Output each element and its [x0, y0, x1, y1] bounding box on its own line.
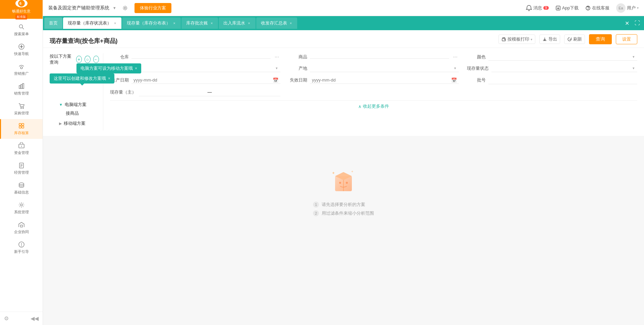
scheme-mobile-label: 移动端方案	[64, 120, 86, 126]
tab-stock-batch-close[interactable]: ×	[210, 20, 213, 26]
scheme-tree: ▼ 电脑端方案 接商品 ▶ 移动端方案	[50, 99, 99, 130]
online-support-label: 在线客服	[592, 5, 609, 11]
goods-dots[interactable]: ···	[452, 54, 459, 60]
expiry-date-input[interactable]: 📅	[310, 77, 459, 84]
svg-rect-8	[21, 85, 22, 89]
tip-text-2: 用过滤条件来缩小分析范围	[322, 210, 374, 216]
btn-export[interactable]: 导出	[539, 35, 560, 44]
sidebar-label-system: 系统管理	[14, 210, 29, 215]
sidebar-item-assets[interactable]: 资金管理	[0, 139, 43, 159]
tab-stock-inout-close[interactable]: ×	[247, 20, 251, 26]
tab-home[interactable]: 首页	[44, 17, 62, 29]
top-header: 装备及固定资产辅助管理系统 ▾ 体验行业方案 消息 9	[43, 0, 644, 16]
svg-line-3	[22, 28, 24, 30]
sidebar-label-base: 基础信息	[14, 190, 29, 195]
sidebar-settings-icon[interactable]: ⚙	[4, 315, 9, 322]
sidebar-item-guide[interactable]: 新手引导	[0, 238, 43, 258]
origin-select[interactable]: ▾	[310, 65, 459, 72]
filter-goods: 商品 ···	[288, 54, 459, 60]
tab-stock-dist[interactable]: 现存量（库存分布表） ×	[122, 17, 180, 29]
app-download-btn[interactable]: App下载	[555, 5, 579, 11]
sidebar-label-assets: 资金管理	[14, 150, 29, 155]
scheme-pc-child[interactable]: 接商品	[63, 109, 99, 118]
btn-refresh[interactable]: 刷新	[564, 35, 585, 44]
tip-num-2: 2	[313, 210, 319, 216]
add-scheme-btn[interactable]: +	[76, 56, 82, 63]
filter-row-4: 现存量（主） —	[110, 88, 637, 96]
warehouse-dots[interactable]: ···	[273, 54, 280, 60]
arrow-scheme-btn[interactable]: ←	[93, 56, 99, 63]
sidebar-item-sales[interactable]: 销售管理	[0, 79, 43, 99]
sidebar-item-system[interactable]: 系统管理	[0, 198, 43, 218]
svg-marker-5	[19, 45, 24, 49]
stock-status-select[interactable]: ▾	[491, 65, 637, 72]
filter-color: 颜色 ▾	[467, 53, 637, 61]
sidebar-item-operations[interactable]: 经营管理	[0, 159, 43, 178]
svg-rect-9	[22, 84, 24, 89]
tooltip2-close[interactable]: ×	[108, 76, 110, 81]
tab-stock-inout[interactable]: 出入库流水 ×	[219, 17, 255, 29]
goods-select[interactable]	[310, 56, 449, 59]
sidebar-label-guide: 新手引导	[14, 249, 29, 254]
tab-stock-receive-close[interactable]: ×	[289, 20, 292, 26]
system-name: 装备及固定资产辅助管理系统	[48, 5, 109, 11]
sidebar-item-search[interactable]: 搜索菜单	[0, 20, 43, 40]
sidebar-item-marketing[interactable]: 营销推广	[0, 60, 43, 79]
sidebar-item-enterprise[interactable]: 企业协同	[0, 218, 43, 238]
sidebar-label-stock: 库存核算	[14, 130, 29, 136]
btn-query[interactable]: 查询	[589, 34, 612, 44]
tab-fullscreen-icon[interactable]: ⛶	[633, 19, 641, 28]
sidebar-item-quick-nav[interactable]: 快速导航	[0, 40, 43, 60]
tab-stock-batch-label: 库存批次账	[186, 20, 208, 26]
stock-main-min[interactable]	[142, 90, 205, 95]
scheme-mobile-item[interactable]: ▶ 移动端方案	[56, 119, 99, 128]
svg-point-22	[19, 183, 24, 185]
filter-stock-status: 现存量状态 ▾	[467, 65, 637, 72]
filter-origin: 产地 ▾	[288, 65, 459, 72]
svg-point-27	[124, 7, 126, 9]
logo-icon: 6	[15, 0, 28, 7]
expiry-date-field[interactable]	[312, 77, 450, 83]
color-select[interactable]: ▾	[488, 53, 637, 61]
tab-stock-status[interactable]: 现存量（库存状况表） ×	[63, 17, 121, 29]
sidebar-item-stock[interactable]: 库存核算	[0, 119, 43, 139]
color-label: 颜色	[467, 54, 486, 60]
tab-stock-inout-label: 出入库流水	[223, 20, 245, 26]
scheme-pc-label: 电脑端方案	[65, 102, 87, 108]
scheme-pc-item[interactable]: ▼ 电脑端方案	[56, 100, 99, 109]
sidebar-item-purchase[interactable]: 采购管理	[0, 99, 43, 119]
warehouse-select[interactable]	[131, 56, 271, 59]
btn-print[interactable]: 按模板打印 ▾	[498, 35, 535, 44]
tab-stock-receive[interactable]: 收发存汇总表 ×	[256, 17, 297, 29]
expiry-date-calendar-icon[interactable]: 📅	[451, 77, 457, 83]
sidebar-collapse-icon[interactable]: ◀◀	[31, 315, 39, 322]
stock-main-max[interactable]	[215, 90, 278, 95]
batch-input[interactable]	[488, 76, 637, 84]
online-support-btn[interactable]: 在线客服	[585, 5, 609, 11]
tab-close-all-icon[interactable]: ✕	[624, 19, 631, 28]
tooltip1-close[interactable]: ×	[135, 66, 137, 71]
more-filters-section: ∧ 收起更多条件	[110, 100, 637, 111]
filter-fields: 仓库 ··· 商品 ···	[103, 53, 637, 130]
sidebar-item-base[interactable]: 基础信息	[0, 178, 43, 198]
btn-industry[interactable]: 体验行业方案	[135, 3, 171, 13]
settings-icon-btn[interactable]	[120, 3, 130, 13]
edit-scheme-btn[interactable]: ○	[85, 56, 91, 63]
user-profile-btn[interactable]: Ea 用户 ▾	[616, 3, 639, 13]
tab-bar: 首页 现存量（库存状况表） × 现存量（库存分布表） × 库存批次账 × 出入库…	[43, 16, 644, 30]
scheme-mobile-expand-icon: ▶	[59, 121, 62, 126]
notifications-btn[interactable]: 消息 9	[526, 5, 549, 11]
production-date-input[interactable]: 📅	[131, 77, 280, 84]
tab-stock-status-close[interactable]: ×	[113, 20, 117, 26]
expiry-date-label: 失效日期	[288, 77, 307, 83]
svg-rect-12	[19, 123, 21, 125]
production-date-field[interactable]	[133, 77, 271, 83]
active-indicator	[0, 119, 1, 139]
origin-chevron-icon: ▾	[454, 66, 456, 70]
tab-stock-batch[interactable]: 库存批次账 ×	[181, 17, 218, 29]
btn-reset[interactable]: 设置	[616, 34, 637, 44]
tab-stock-dist-close[interactable]: ×	[172, 20, 176, 26]
production-date-calendar-icon[interactable]: 📅	[273, 77, 278, 83]
more-filters-btn[interactable]: ∧ 收起更多条件	[358, 103, 389, 109]
size-select[interactable]: ▾	[131, 65, 280, 72]
